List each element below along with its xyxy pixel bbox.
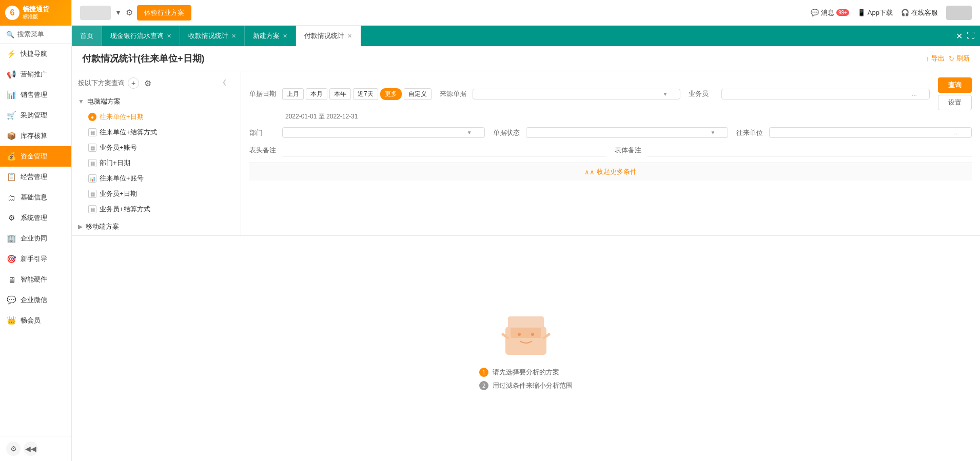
tip-num-1: 1 [479, 368, 488, 377]
sidebar-item-label: 资金管理 [21, 152, 47, 161]
scheme-group-header-mobile[interactable]: ▶ 移动端方案 [78, 219, 226, 234]
sidebar-item-sales[interactable]: 📊 销售管理 [0, 85, 71, 105]
tab-new-scheme[interactable]: 新建方案 ✕ [245, 26, 296, 46]
sidebar-item-guide[interactable]: 🎯 新手引导 [0, 249, 71, 269]
dept-select[interactable]: ▼ [282, 127, 485, 138]
tab-receipts[interactable]: 收款情况统计 ✕ [180, 26, 245, 46]
sidebar-item-label: 营销推广 [21, 70, 47, 79]
filter-row-1: 单据日期 上月 本月 本年 近7天 更多 自定义 来源单据 [249, 77, 972, 110]
sidebar-item-wechat[interactable]: 💬 企业微信 [0, 290, 71, 310]
sidebar-item-operation[interactable]: 📋 经营管理 [0, 167, 71, 187]
download-icon: 📱 [857, 9, 866, 16]
tab-cash-flow-close[interactable]: ✕ [167, 33, 171, 39]
svg-rect-2 [511, 328, 541, 338]
trial-btn[interactable]: 体验行业方案 [137, 5, 191, 21]
tab-new-scheme-close[interactable]: ✕ [283, 33, 287, 39]
sidebar-item-finance[interactable]: 💰 资金管理 [0, 146, 71, 167]
app-download-btn[interactable]: 📱 App下载 [857, 8, 893, 17]
source-select[interactable]: ▼ [473, 89, 681, 99]
topbar-settings-btn[interactable]: ⚙ [126, 8, 133, 17]
message-badge: 99+ [836, 9, 849, 16]
tab-payments-close[interactable]: ✕ [347, 33, 352, 39]
tab-receipts-close[interactable]: ✕ [231, 33, 236, 39]
scheme-item-salesperson-settle[interactable]: ▦ 业务员+结算方式 [78, 202, 226, 217]
collapse-scheme-btn[interactable]: 《 [219, 78, 226, 88]
export-icon: ↑ [926, 55, 930, 63]
chevron-right-icon: ▶ [78, 223, 83, 230]
messages-label: 消息 [821, 8, 834, 17]
add-scheme-btn[interactable]: + [128, 77, 139, 89]
sidebar-item-label: 库存核算 [21, 131, 47, 141]
body-note-label: 表体备注 [615, 146, 643, 155]
company-icon: 🏢 [6, 233, 16, 244]
wechat-icon: 💬 [6, 295, 16, 305]
scheme-item-label: 往来单位+账号 [100, 174, 144, 183]
collapse-label: 收起更多条件 [597, 167, 637, 176]
sidebar-item-inventory[interactable]: 📦 库存核算 [0, 126, 71, 146]
date-btn-7days[interactable]: 近7天 [353, 88, 378, 100]
tab-close-all-btn[interactable]: ✕ [956, 31, 963, 41]
export-btn[interactable]: ↑ 导出 [926, 54, 945, 63]
settings-footer-btn[interactable]: ⚙ [6, 442, 21, 456]
scheme-item-unit-settle[interactable]: ▦ 往来单位+结算方式 [78, 125, 226, 140]
scheme-group-header-desktop[interactable]: ▼ 电脑端方案 [78, 94, 226, 109]
search-menu[interactable]: 🔍 搜索菜单 [0, 26, 71, 44]
collapse-sidebar-btn[interactable]: ◀◀ [24, 442, 38, 456]
finance-icon: 💰 [6, 151, 16, 162]
tab-payments[interactable]: 付款情况统计 ✕ [296, 26, 361, 46]
collapse-more-btn[interactable]: ∧∧ 收起更多条件 [249, 163, 972, 181]
related-unit-select[interactable]: … [769, 127, 972, 138]
date-btn-last-month[interactable]: 上月 [282, 88, 304, 100]
dept-arrow: ▼ [467, 130, 472, 135]
quick-nav-icon: ⚡ [6, 49, 16, 59]
sidebar-item-hardware[interactable]: 🖥 智能硬件 [0, 269, 71, 290]
topbar-dropdown-btn[interactable]: ▼ [115, 9, 122, 16]
date-btn-this-year[interactable]: 本年 [329, 88, 351, 100]
refresh-icon: ↻ [949, 55, 954, 63]
sidebar-item-member[interactable]: 👑 畅会员 [0, 310, 71, 331]
scheme-item-unit-date[interactable]: ● 往来单位+日期 [78, 109, 226, 125]
query-btn[interactable]: 查询 [938, 77, 972, 93]
table-note-input[interactable] [282, 144, 606, 156]
refresh-btn[interactable]: ↻ 刷新 [949, 54, 970, 63]
date-btn-this-month[interactable]: 本月 [306, 88, 327, 100]
online-service-btn[interactable]: 🎧 在线客服 [901, 8, 938, 17]
tab-home-label: 首页 [80, 31, 93, 41]
scheme-item-unit-account[interactable]: 📊 往来单位+账号 [78, 171, 226, 186]
sidebar-item-basic[interactable]: 🗂 基础信息 [0, 187, 71, 208]
filter-row-3: 表头备注 表体备注 [249, 144, 972, 156]
settings-small-btn[interactable]: 设置 [938, 95, 972, 110]
date-range-display: 2022-01-01 至 2022-12-31 [285, 113, 358, 120]
messages-btn[interactable]: 💬 消息 99+ [811, 8, 849, 17]
body-note-input[interactable] [648, 144, 972, 156]
sidebar-item-company[interactable]: 🏢 企业协同 [0, 228, 71, 249]
tab-home[interactable]: 首页 [72, 26, 102, 46]
page-title: 付款情况统计(往来单位+日期) [82, 52, 205, 65]
date-label: 单据日期 [249, 89, 278, 98]
sidebar-item-quick-nav[interactable]: ⚡ 快捷导航 [0, 44, 71, 64]
operation-icon: 📋 [6, 172, 16, 182]
scheme-item-label: 业务员+结算方式 [100, 205, 150, 214]
marketing-icon: 📢 [6, 69, 16, 79]
scheme-item-label: 往来单位+结算方式 [100, 128, 157, 137]
sidebar-item-marketing[interactable]: 📢 营销推广 [0, 64, 71, 85]
source-select-arrow: ▼ [662, 91, 668, 97]
scheme-settings-btn[interactable]: ⚙ [142, 77, 153, 89]
tab-expand-btn[interactable]: ⛶ [967, 31, 975, 41]
scheme-item-salesperson-account[interactable]: ▦ 业务员+账号 [78, 140, 226, 155]
inventory-icon: 📦 [6, 131, 16, 141]
date-btn-more[interactable]: 更多 [380, 88, 402, 100]
member-icon: 👑 [6, 315, 16, 326]
sales-icon: 📊 [6, 90, 16, 100]
tab-cash-flow[interactable]: 现金银行流水查询 ✕ [102, 26, 180, 46]
table-note-label: 表头备注 [249, 146, 278, 155]
scheme-item-dept-date[interactable]: ▦ 部门+日期 [78, 155, 226, 171]
sidebar-footer: ⚙ ◀◀ [0, 436, 71, 461]
salesperson-select[interactable]: … [721, 89, 930, 99]
voucher-status-select[interactable]: ▼ [526, 127, 729, 138]
scheme-item-salesperson-date[interactable]: ▦ 业务员+日期 [78, 186, 226, 202]
sidebar-item-label: 基础信息 [21, 193, 47, 202]
sidebar-item-purchase[interactable]: 🛒 采购管理 [0, 105, 71, 126]
date-btn-custom[interactable]: 自定义 [404, 88, 432, 100]
sidebar-item-system[interactable]: ⚙ 系统管理 [0, 208, 71, 228]
